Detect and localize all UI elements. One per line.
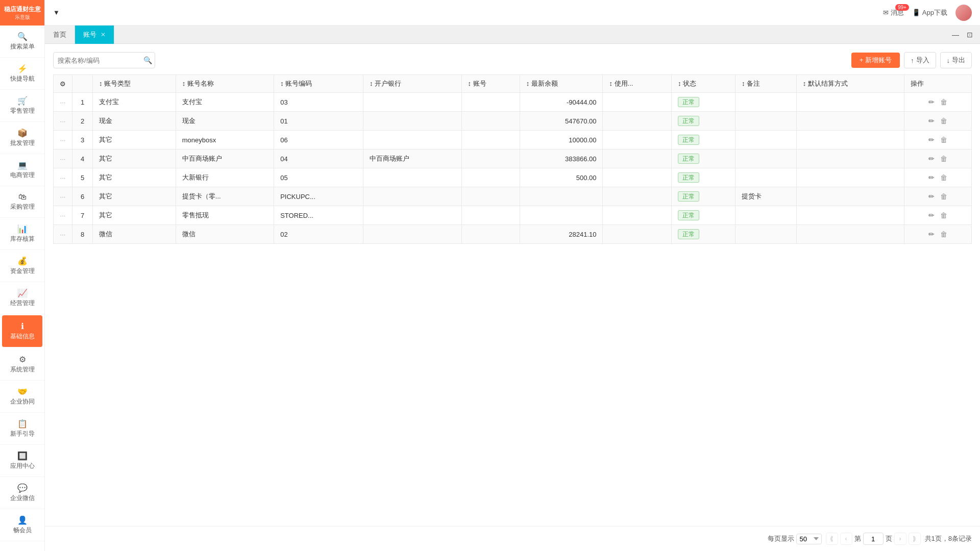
sidebar-item-inventory[interactable]: 📊 库存核算 (0, 218, 44, 250)
delete-button[interactable]: 🗑 (938, 172, 949, 183)
edit-button[interactable]: ✏ (926, 135, 937, 145)
sidebar-item-appcenter[interactable]: 🔲 应用中心 (0, 445, 44, 477)
row-actions: ✏ 🗑 (904, 131, 972, 149)
edit-button[interactable]: ✏ (926, 172, 937, 183)
delete-button[interactable]: 🗑 (938, 116, 949, 126)
pagination-next-button[interactable]: › (894, 533, 906, 545)
sidebar-item-agreement[interactable]: 🤝 企业协同 (0, 381, 44, 413)
edit-button[interactable]: ✏ (926, 229, 937, 239)
pagination-last-button[interactable]: ⟫ (909, 533, 921, 545)
sidebar-item-member[interactable]: 👤 畅会员 (0, 509, 44, 541)
row-notes (736, 168, 797, 187)
delete-button[interactable]: 🗑 (938, 97, 949, 107)
page-size-select[interactable]: 50 100 200 (796, 534, 822, 544)
col-code-header[interactable]: ↕ 账号编码 (274, 75, 363, 93)
sidebar-label-basic: 基础信息 (10, 333, 35, 340)
sidebar-item-basic[interactable]: ℹ 基础信息 (2, 315, 42, 347)
row-balance: 500.00 (520, 168, 603, 187)
sidebar-item-finance[interactable]: 💰 资金管理 (0, 250, 44, 282)
org-selector-label: ▼ (53, 9, 60, 16)
row-usage (603, 206, 671, 225)
row-status: 正常 (671, 206, 735, 225)
pagination-prev-button[interactable]: ‹ (840, 533, 852, 545)
messages-button[interactable]: ✉ 消息 99+ (883, 8, 904, 17)
row-gear: ··· (54, 93, 72, 112)
tab-accounts-label: 账号 (83, 30, 96, 39)
table-header-row: ⚙ ↕ 账号类型 ↕ 账号名称 ↕ 账号编码 ↕ 开户银行 ↕ 账号 ↕ 最新余… (54, 75, 972, 93)
pagination-first-button[interactable]: ⟪ (826, 533, 838, 545)
export-button[interactable]: ↓ 导出 (940, 52, 972, 68)
delete-button[interactable]: 🗑 (938, 229, 949, 239)
delete-button[interactable]: 🗑 (938, 191, 949, 202)
col-account-header[interactable]: ↕ 账号 (461, 75, 520, 93)
tab-minimize-button[interactable]: — (949, 29, 962, 41)
header-left: ▼ (53, 9, 60, 16)
row-default-settle (796, 206, 904, 225)
user-avatar[interactable] (955, 5, 972, 21)
sidebar-item-wechat[interactable]: 💬 企业微信 (0, 477, 44, 509)
row-code: 03 (274, 93, 363, 112)
add-account-button[interactable]: + 新增账号 (851, 53, 900, 68)
col-notes-header[interactable]: ↕ 备注 (736, 75, 797, 93)
sidebar-item-retail[interactable]: 🛒 零售管理 (0, 90, 44, 122)
sidebar-item-purchase[interactable]: 🛍 采购管理 (0, 186, 44, 218)
app-sub: 乐意版 (15, 14, 30, 21)
pagination-page-input[interactable] (863, 533, 884, 545)
sidebar-item-ecommerce[interactable]: 💻 电商管理 (0, 154, 44, 186)
edit-button[interactable]: ✏ (926, 210, 937, 220)
row-bank: 中百商场账户 (363, 149, 461, 168)
row-usage (603, 149, 671, 168)
tab-maximize-button[interactable]: ⊡ (964, 29, 976, 41)
sidebar-item-quicknav[interactable]: ⚡ 快捷导航 (0, 58, 44, 90)
org-selector[interactable]: ▼ (53, 9, 60, 16)
sidebar-item-search[interactable]: 🔍 搜索菜单 (0, 26, 44, 58)
search-input[interactable] (58, 57, 143, 64)
row-gear: ··· (54, 206, 72, 225)
sidebar-label-system: 系统管理 (10, 366, 35, 373)
tab-home[interactable]: 首页 (45, 26, 75, 44)
col-type-header[interactable]: ↕ 账号类型 (93, 75, 176, 93)
row-status: 正常 (671, 168, 735, 187)
delete-button[interactable]: 🗑 (938, 210, 949, 220)
edit-button[interactable]: ✏ (926, 154, 937, 164)
row-actions: ✏ 🗑 (904, 225, 972, 244)
row-actions: ✏ 🗑 (904, 168, 972, 187)
pagination: 每页显示 50 100 200 ⟪ ‹ 第 页 › ⟫ 共1页，8条记录 (45, 526, 980, 551)
toolbar: 🔍 + 新增账号 ↑ 导入 ↓ 导出 (53, 52, 972, 68)
edit-button[interactable]: ✏ (926, 97, 937, 107)
row-code: PICKUPC... (274, 187, 363, 206)
col-status-header[interactable]: ↕ 状态 (671, 75, 735, 93)
delete-button[interactable]: 🗑 (938, 135, 949, 145)
row-default-settle (796, 149, 904, 168)
sidebar-item-operations[interactable]: 📈 经营管理 (0, 282, 44, 314)
import-label: 导入 (916, 56, 929, 65)
tab-accounts[interactable]: 账号 ✕ (75, 26, 114, 44)
row-name: 大新银行 (176, 168, 274, 187)
inventory-icon: 📊 (0, 224, 44, 234)
agreement-icon: 🤝 (0, 387, 44, 396)
sidebar-item-system[interactable]: ⚙ 系统管理 (0, 348, 44, 381)
edit-button[interactable]: ✏ (926, 191, 937, 202)
row-name: 中百商场账户 (176, 149, 274, 168)
row-gear: ··· (54, 131, 72, 149)
app-download-button[interactable]: 📱 App下载 (912, 8, 947, 17)
col-usage-header[interactable]: ↕ 使用... (603, 75, 671, 93)
col-gear-header[interactable]: ⚙ (54, 75, 72, 93)
edit-button[interactable]: ✏ (926, 116, 937, 126)
import-button[interactable]: ↑ 导入 (904, 52, 936, 68)
row-type: 支付宝 (93, 93, 176, 112)
col-name-header[interactable]: ↕ 账号名称 (176, 75, 274, 93)
sidebar-label-wholesale: 批发管理 (10, 139, 35, 146)
search-box[interactable]: 🔍 (53, 52, 155, 68)
app-download-icon: 📱 (912, 9, 920, 16)
tab-accounts-close[interactable]: ✕ (101, 31, 106, 38)
operations-icon: 📈 (0, 288, 44, 298)
col-default-settle-header[interactable]: ↕ 默认结算方式 (796, 75, 904, 93)
sidebar-item-wholesale[interactable]: 📦 批发管理 (0, 122, 44, 154)
sidebar-item-guide[interactable]: 📋 新手引导 (0, 413, 44, 445)
col-bank-header[interactable]: ↕ 开户银行 (363, 75, 461, 93)
col-balance-header[interactable]: ↕ 最新余额 (520, 75, 603, 93)
table-row: ··· 2 现金 现金 01 547670.00 正常 ✏ 🗑 (54, 112, 972, 131)
row-gear: ··· (54, 112, 72, 131)
delete-button[interactable]: 🗑 (938, 154, 949, 164)
